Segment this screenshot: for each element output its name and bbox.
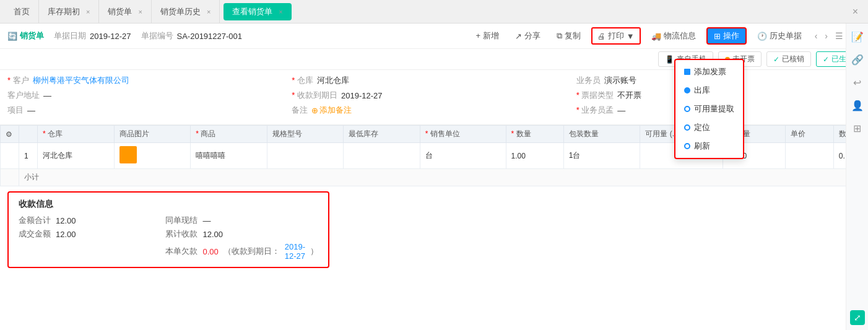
dot-filled-icon	[684, 87, 690, 93]
th-settings[interactable]: ⚙	[1, 126, 19, 143]
same-order-label: 同单现结	[165, 215, 197, 226]
sidebar-user-icon[interactable]: 👤	[849, 97, 866, 114]
tab-bar: 首页 库存期初 × 销货单 × 销货单历史 × 查看销货单 × ×	[0, 0, 868, 24]
customer-label: 客户	[13, 76, 29, 85]
copy-button[interactable]: ⧉ 复制	[551, 28, 586, 44]
sidebar-grid-icon[interactable]: ⊞	[851, 120, 864, 137]
effective-check-icon: ✓	[823, 55, 829, 64]
cell-product: 嘻嘻嘻嘻	[191, 143, 267, 169]
plus-icon: ⊕	[311, 106, 318, 115]
tab-sales-history-label: 销货单历史	[160, 6, 201, 17]
doc-type-icon: 🔄	[7, 32, 17, 41]
available-qty-item[interactable]: 可用量提取	[675, 100, 743, 118]
verified-button[interactable]: ✓ 已核销	[766, 51, 811, 67]
th-min-stock: 最低库存	[344, 126, 420, 143]
doc-number-field: 单据编号 SA-20191227-001	[141, 30, 243, 41]
history-button[interactable]: 🕐 历史单据	[752, 28, 807, 44]
tab-sales-close[interactable]: ×	[138, 8, 142, 15]
share-icon: ↗	[515, 32, 522, 41]
doc-date-value: 2019-12-27	[90, 32, 131, 41]
tab-view-sales-close[interactable]: ×	[279, 8, 282, 15]
print-label: 打印	[608, 30, 624, 41]
cell-quantity: 1.00	[506, 143, 563, 169]
cell-spec	[267, 143, 344, 169]
square-icon	[684, 69, 690, 75]
dot-outline-icon-1	[684, 106, 690, 112]
sidebar-edit-icon[interactable]: 📝	[849, 28, 866, 45]
ticket-value: 不开票	[617, 90, 641, 101]
view-list-button[interactable]: ☰	[833, 30, 846, 42]
note-label: 备注	[292, 105, 308, 116]
customer-value[interactable]: 柳州粤港平安气体有限公司	[33, 75, 129, 86]
cell-settings	[1, 143, 19, 169]
th-quantity: * 数量	[506, 126, 563, 143]
staff-value: 演示账号	[604, 75, 636, 86]
tab-view-sales[interactable]: 查看销货单 ×	[224, 3, 291, 20]
add-note-button[interactable]: ⊕ 添加备注	[311, 105, 352, 116]
payment-grid: 金额合计 12.00 成交金额 12.00 同单现结 — 累计收款 12.00	[19, 215, 318, 261]
tab-sales[interactable]: 销货单 ×	[99, 0, 151, 24]
doc-type-label: 销货单	[20, 30, 44, 41]
refresh-item[interactable]: 刷新	[675, 137, 743, 155]
subtotal-label: 小计	[19, 169, 868, 186]
outbound-item[interactable]: 出库	[675, 81, 743, 100]
doc-header: 🔄 销货单 单据日期 2019-12-27 单据编号 SA-20191227-0…	[0, 24, 868, 49]
cumulative-value: 12.00	[202, 230, 223, 239]
copy-icon: ⧉	[557, 31, 562, 41]
new-button[interactable]: + 新增	[471, 28, 505, 44]
tab-view-sales-label: 查看销货单	[232, 6, 272, 17]
th-spec: 规格型号	[267, 126, 344, 143]
deal-amount-label: 成交金额	[19, 228, 51, 240]
address-field: 客户地址 —	[7, 90, 292, 101]
project-field: 项目 —	[7, 105, 292, 116]
deal-amount-value: 12.00	[56, 230, 76, 239]
locate-item[interactable]: 定位	[675, 118, 743, 137]
right-payment-col: 同单现结 — 累计收款 12.00 本单欠款 0.00 （收款到期日： 2019…	[165, 215, 318, 261]
new-label: + 新增	[476, 30, 499, 41]
due-date-value: 2019-12-27	[285, 242, 305, 261]
subtotal-settings	[1, 169, 19, 186]
note-field: 备注 ⊕ 添加备注	[292, 105, 576, 116]
payment-info-box: 收款信息 金额合计 12.00 成交金额 12.00 同单现结 — 累计收款	[7, 191, 329, 268]
tab-inventory-label: 库存期初	[48, 6, 80, 17]
window-close-button[interactable]: ×	[848, 6, 863, 17]
add-note-label: 添加备注	[319, 105, 352, 116]
prev-button[interactable]: ‹	[812, 30, 820, 42]
subtotal-row: 小计	[1, 169, 868, 186]
cell-row-num: 1	[19, 143, 38, 169]
logistics-button[interactable]: 🚚 物流信息	[646, 28, 701, 44]
sidebar-expand-icon[interactable]: ⤢	[850, 310, 865, 325]
tab-sales-history[interactable]: 销货单历史 ×	[152, 0, 220, 24]
cell-product-img	[114, 143, 191, 169]
customer-field: * 客户 柳州粤港平安气体有限公司	[7, 75, 292, 86]
copy-label: 复制	[565, 30, 581, 41]
address-label: 客户地址	[7, 90, 40, 101]
tab-inventory-close[interactable]: ×	[86, 8, 90, 15]
tab-sales-history-close[interactable]: ×	[207, 8, 210, 15]
operate-icon: ⊞	[714, 32, 721, 41]
warehouse-field: * 仓库 河北仓库	[292, 75, 576, 86]
phone-icon: 📱	[665, 55, 674, 64]
due-date-prefix: （收款到期日：	[224, 246, 280, 257]
tab-home[interactable]: 首页	[5, 0, 39, 24]
sidebar-return-icon[interactable]: ↩	[851, 74, 864, 91]
total-amount-row: 金额合计 12.00 成交金额 12.00	[19, 215, 153, 261]
doc-number-label: 单据编号	[141, 30, 173, 41]
sidebar-link-icon[interactable]: 🔗	[849, 51, 866, 68]
tab-inventory[interactable]: 库存期初 ×	[39, 0, 99, 24]
th-package-qty: 包装数量	[563, 126, 640, 143]
cell-min-stock	[344, 143, 420, 169]
add-invoice-item[interactable]: 添加发票	[675, 63, 743, 81]
next-button[interactable]: ›	[822, 30, 830, 42]
share-button[interactable]: ↗ 分享	[510, 28, 546, 44]
logistics-icon: 🚚	[651, 32, 661, 41]
payment-date-field: * 收款到期日 2019-12-27	[292, 90, 576, 101]
tab-home-label: 首页	[14, 6, 30, 17]
ticket-label: 票据类型	[581, 90, 614, 100]
cumulative-label: 累计收款	[165, 228, 197, 240]
operate-button[interactable]: ⊞ 操作	[706, 27, 747, 45]
th-warehouse: * 仓库	[38, 126, 115, 143]
doc-date-label: 单据日期	[54, 30, 86, 41]
check-icon: ✓	[773, 55, 779, 64]
print-button[interactable]: 🖨 打印 ▼	[591, 27, 641, 45]
